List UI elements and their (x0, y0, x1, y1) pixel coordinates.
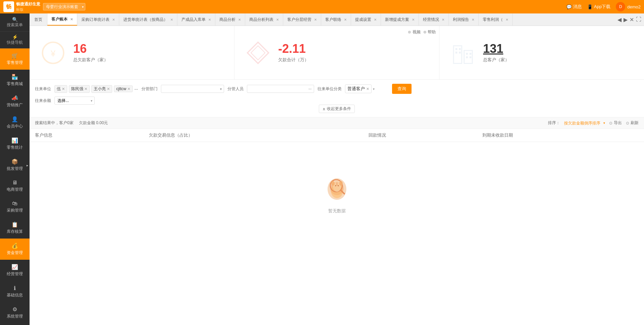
help-btn[interactable]: ⊙ 帮助 (423, 29, 436, 35)
sidebar-item-operations[interactable]: 📈 经营管理 (0, 260, 30, 281)
search-icon: 🔍 (3, 17, 27, 22)
svg-rect-12 (466, 56, 468, 58)
belong-unit-label: 往来单位 (35, 86, 51, 92)
tab-product-analysis[interactable]: 商品分析 ✕ (215, 13, 245, 26)
filter-row-1: 往来单位 伍 ✕ 陈民强 ✕ 王小亮 ✕ (35, 84, 639, 94)
tab-proposal-settings[interactable]: 提成设置 ✕ (351, 13, 381, 26)
tab-close-operations-status[interactable]: ✕ (442, 18, 444, 22)
tab-purchase-order-stats[interactable]: 采购订单统计表 ✕ (77, 13, 119, 26)
sidebar-item-inventory[interactable]: 📋 库存核算 (0, 217, 30, 239)
download-btn[interactable]: 📱 App下载 (587, 4, 610, 10)
unit-category-arrow[interactable]: ▾ (373, 87, 375, 91)
user-profile[interactable]: D demo2 (616, 2, 641, 11)
sidebar-item-ecommerce[interactable]: 🖥 电商管理 (0, 176, 30, 196)
filter-tag-wu-close[interactable]: ✕ (62, 87, 65, 91)
tab-close-retail-profit[interactable]: ✕ (506, 18, 508, 22)
tab-close-customer-ledger[interactable]: ✕ (70, 17, 73, 21)
sidebar-item-purchase-mgmt[interactable]: 🛍 采购管理 (0, 196, 30, 217)
balance-label: 往来余额 (35, 98, 51, 104)
balance-select[interactable]: 选择... (54, 97, 95, 105)
tab-retail-profit[interactable]: 零售利润（ ✕ (479, 13, 513, 26)
retail-mall-icon: 🏪 (2, 74, 28, 80)
svg-point-21 (331, 181, 335, 186)
tab-close-product-inbound[interactable]: ✕ (208, 18, 211, 22)
query-button[interactable]: 查询 (392, 84, 412, 94)
division-person-label: 分管人员 (227, 86, 244, 92)
tab-product-analysis-list[interactable]: 商品分析列表 ✕ (245, 13, 283, 26)
col-customer-info: 客户信息 (30, 129, 143, 142)
sidebar-item-finance[interactable]: 💰 资金管理 (0, 239, 30, 260)
search-info: 搜索结果中，客户0家 欠款金额 0.00元 排序： 按欠款金额倒序排序 ⊙ 导出 (30, 117, 644, 129)
video-help-btn[interactable]: ⊙ 视频 (408, 29, 420, 35)
tab-bar: 首页 客户账本 ✕ 采购订单统计表 ✕ 进货单统计表（按商品） ✕ 产成品入库单… (30, 13, 644, 26)
sidebar-item-retail-mall[interactable]: 🏪 零售商城 (0, 70, 30, 91)
division-person-input[interactable] (247, 85, 314, 93)
sidebar-item-basic-info[interactable]: ℹ 基础信息 (0, 281, 30, 302)
sidebar-item-retail-mgmt[interactable]: 🛒 零售管理 (0, 48, 30, 70)
unit-category-close[interactable]: ✕ (366, 87, 369, 91)
message-btn[interactable]: 💬 消息 (566, 4, 582, 10)
tab-operations-status[interactable]: 经营情况 ✕ (419, 13, 449, 26)
filter-tag-wang-close[interactable]: ✕ (107, 87, 110, 91)
filter-tag-more[interactable]: ··· (134, 86, 138, 92)
filter-tag-chen-close[interactable]: ✕ (84, 87, 87, 91)
tab-fullscreen-btn[interactable]: ⛶ (636, 16, 641, 23)
tab-prev-btn[interactable]: ◀ (617, 16, 621, 23)
tab-close-customer-segment[interactable]: ✕ (314, 18, 317, 22)
demo-selector-wrap[interactable]: 母婴行业演示账套 (43, 3, 85, 10)
tab-close-new-proposal[interactable]: ✕ (412, 18, 415, 22)
tab-close-customer-contact[interactable]: ✕ (344, 18, 347, 22)
logo-area: 畅 畅捷通好生意 标版 (3, 1, 40, 12)
purchase-icon: 🛍 (2, 201, 28, 207)
sidebar-item-retail-stats[interactable]: 📊 零售统计 (0, 133, 30, 154)
sort-select[interactable]: 按欠款金额倒序排序 (564, 121, 605, 125)
col-due-date: 到期未收款日期 (477, 129, 644, 142)
filter-area: 往来单位 伍 ✕ 陈民强 ✕ 王小亮 ✕ (30, 80, 644, 117)
sidebar-item-sys-mgmt[interactable]: ⚙ 系统管理 (0, 302, 30, 323)
search-info-left: 搜索结果中，客户0家 欠款金额 0.00元 (35, 120, 108, 126)
retail-mgmt-icon: 🛒 (2, 52, 28, 59)
sidebar-item-marketing[interactable]: 📣 营销推广 (0, 91, 30, 112)
result-count: 搜索结果中，客户0家 (35, 120, 74, 126)
filter-tags: 伍 ✕ 陈民强 ✕ 王小亮 ✕ cjttcw ✕ (54, 85, 138, 93)
tab-customer-contact[interactable]: 客户联络 ✕ (321, 13, 351, 26)
division-person-more: ··· (308, 86, 312, 91)
table-wrap: 客户信息 欠款交易信息（占比） 回款情况 到期未收款日期 (30, 129, 644, 142)
tab-customer-ledger[interactable]: 客户账本 ✕ (47, 13, 77, 26)
overdue-amount-info: 欠款金额 0.00元 (79, 120, 108, 126)
export-btn[interactable]: ⊙ 导出 (609, 120, 622, 126)
tab-close-product-analysis-list[interactable]: ✕ (276, 18, 279, 22)
tab-new-proposal[interactable]: 新增提成方案 ✕ (381, 13, 419, 26)
sidebar-item-member-center[interactable]: 👤 会员中心 (0, 112, 30, 133)
tab-product-inbound[interactable]: 产成品入库单 ✕ (177, 13, 215, 26)
sidebar-item-enterprise-collab[interactable]: 🤝 企业协同 (0, 323, 30, 325)
tab-close-proposal-settings[interactable]: ✕ (374, 18, 377, 22)
collapse-btn[interactable]: ∧ 收起更多条件 (319, 105, 355, 113)
tab-controls: ◀ ▶ ✕ ⛶ (615, 16, 644, 23)
sidebar-quick-nav[interactable]: ⚡ 快捷导航 (0, 32, 30, 48)
tab-customer-segment[interactable]: 客户分层经营 ✕ (283, 13, 321, 26)
tab-close-all-btn[interactable]: ✕ (630, 16, 634, 23)
sidebar-item-wholesale-mgmt[interactable]: 📦 批发管理 (0, 154, 30, 176)
demo-selector[interactable]: 母婴行业演示账套 (43, 3, 85, 10)
stat-card-overdue-customers: ¥ 16 总欠款客户（家） (30, 26, 234, 79)
overdue-amount-value: -2.11 (278, 43, 309, 55)
tab-home[interactable]: 首页 (30, 13, 47, 26)
inventory-icon: 📋 (2, 221, 28, 228)
coin-icon: ¥ (40, 39, 67, 66)
filter-tag-cjttcw-close[interactable]: ✕ (127, 87, 130, 91)
tab-close-purchase-order-stats[interactable]: ✕ (112, 18, 115, 22)
header-left: 畅 畅捷通好生意 标版 母婴行业演示账套 (3, 1, 85, 12)
tab-inbound-stats-by-product[interactable]: 进货单统计表（按商品） ✕ (119, 13, 177, 26)
tab-close-inbound-stats[interactable]: ✕ (170, 18, 173, 22)
tab-next-btn[interactable]: ▶ (624, 16, 628, 23)
sidebar-search[interactable]: 🔍 搜索菜单 (0, 13, 30, 32)
member-icon: 👤 (2, 116, 28, 122)
svg-rect-9 (459, 51, 461, 53)
tab-close-profit-report[interactable]: ✕ (472, 18, 474, 22)
tab-close-product-analysis[interactable]: ✕ (238, 18, 241, 22)
tab-profit-report[interactable]: 利润报告 ✕ (449, 13, 479, 26)
division-dept-input[interactable] (161, 85, 224, 93)
wholesale-icon: 📦 (2, 158, 28, 165)
refresh-btn[interactable]: ⊙ 刷新 (626, 120, 639, 126)
